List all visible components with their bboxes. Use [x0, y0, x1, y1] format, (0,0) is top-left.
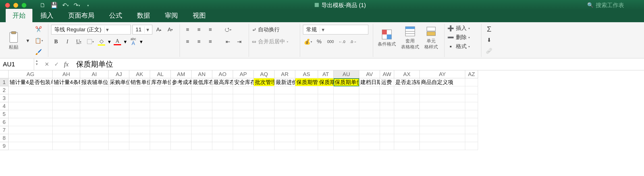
cells-format-button[interactable]: ▪️格式▾	[447, 43, 477, 50]
cell[interactable]	[254, 142, 275, 150]
cell[interactable]	[254, 86, 275, 94]
cell[interactable]: 保质期单位	[334, 78, 359, 86]
cell[interactable]	[275, 102, 295, 110]
cell[interactable]	[254, 102, 275, 110]
cell[interactable]	[212, 126, 233, 134]
cell[interactable]	[192, 126, 212, 134]
cell[interactable]: 最高库存	[212, 78, 233, 86]
tab-view[interactable]: 视图	[186, 9, 213, 22]
cell[interactable]	[53, 142, 80, 150]
cell[interactable]	[212, 86, 233, 94]
column-header[interactable]: AO	[212, 70, 233, 78]
cell[interactable]	[150, 110, 171, 118]
cell[interactable]	[150, 126, 171, 134]
cell[interactable]	[359, 118, 380, 126]
column-header[interactable]: AG	[9, 70, 53, 78]
cell[interactable]	[465, 118, 478, 126]
cell[interactable]	[129, 118, 150, 126]
cell[interactable]	[394, 134, 420, 142]
tab-insert[interactable]: 插入	[34, 9, 60, 22]
cell[interactable]	[9, 110, 53, 118]
cell[interactable]: 建档日期	[359, 78, 380, 86]
cell[interactable]	[394, 126, 420, 134]
cell[interactable]	[254, 134, 275, 142]
clear-button[interactable]: 🩹	[484, 46, 494, 55]
cell[interactable]	[254, 126, 275, 134]
cell[interactable]: 参考成本	[171, 78, 192, 86]
cell[interactable]	[380, 102, 394, 110]
percent-button[interactable]: %	[314, 37, 324, 46]
column-header[interactable]: AQ	[254, 70, 275, 78]
cell[interactable]	[9, 142, 53, 150]
cell[interactable]	[318, 118, 334, 126]
phonetic-button[interactable]: abcA	[128, 37, 138, 46]
cell[interactable]	[465, 78, 478, 86]
cell[interactable]	[171, 126, 192, 134]
cell[interactable]	[318, 94, 334, 102]
align-bottom-button[interactable]: ≡	[205, 25, 215, 34]
cell[interactable]: 安全库存	[233, 78, 254, 86]
increase-font-button[interactable]: A▴	[154, 25, 164, 34]
column-header[interactable]: AR	[275, 70, 295, 78]
cell[interactable]	[212, 102, 233, 110]
cell[interactable]	[9, 126, 53, 134]
cell[interactable]	[420, 102, 465, 110]
cell[interactable]	[380, 118, 394, 126]
cell[interactable]	[334, 94, 359, 102]
cell[interactable]	[80, 110, 109, 118]
cell[interactable]	[275, 86, 295, 94]
cell[interactable]	[53, 110, 80, 118]
cell[interactable]	[465, 134, 478, 142]
column-header[interactable]: AK	[129, 70, 150, 78]
cell[interactable]: 保质期	[318, 78, 334, 86]
row-header[interactable]: 6	[0, 118, 9, 126]
cell[interactable]	[318, 86, 334, 94]
cell[interactable]	[171, 110, 192, 118]
tab-formulas[interactable]: 公式	[102, 9, 129, 22]
cell[interactable]	[53, 134, 80, 142]
cell[interactable]	[129, 126, 150, 134]
wrap-text-button[interactable]: ⤶ 自动换行	[252, 24, 295, 35]
cell[interactable]	[275, 94, 295, 102]
cell[interactable]	[318, 134, 334, 142]
cell[interactable]	[380, 134, 394, 142]
cell[interactable]	[318, 126, 334, 134]
cell[interactable]: 销售单位	[129, 78, 150, 86]
cell[interactable]	[394, 142, 420, 150]
cell[interactable]	[109, 102, 129, 110]
font-color-button[interactable]: A	[113, 37, 122, 46]
cell[interactable]	[420, 94, 465, 102]
fill-color-button[interactable]: ◇	[97, 37, 106, 46]
cells-insert-button[interactable]: ➕插入▾	[447, 24, 477, 32]
cell[interactable]	[254, 94, 275, 102]
increase-indent-button[interactable]: ⇥	[234, 37, 244, 46]
formula-input[interactable]: 保质期单位	[74, 58, 644, 70]
cell[interactable]	[80, 94, 109, 102]
confirm-formula-button[interactable]: ✓	[54, 61, 59, 67]
cell[interactable]	[233, 86, 254, 94]
cell[interactable]	[80, 118, 109, 126]
bold-button[interactable]: B	[51, 37, 61, 46]
cell[interactable]	[359, 86, 380, 94]
cell[interactable]	[129, 142, 150, 150]
cell[interactable]	[254, 110, 275, 118]
save-button[interactable]: 💾	[49, 1, 59, 9]
cell[interactable]	[212, 110, 233, 118]
cell[interactable]	[80, 102, 109, 110]
cell[interactable]	[394, 118, 420, 126]
column-header[interactable]: AZ	[465, 70, 478, 78]
cell[interactable]	[380, 86, 394, 94]
cell[interactable]	[171, 118, 192, 126]
name-box-dropdown[interactable]: ▲▼	[34, 58, 40, 70]
borders-button[interactable]: ▾	[85, 37, 95, 46]
cell[interactable]	[359, 134, 380, 142]
merge-center-button[interactable]: ⇔ 合并后居中 ▾	[252, 36, 295, 47]
redo-button[interactable]: ↷▾	[72, 1, 82, 9]
decrease-font-button[interactable]: A▾	[165, 25, 175, 34]
fill-button[interactable]: ⬇	[484, 35, 494, 44]
cell[interactable]	[465, 94, 478, 102]
cell[interactable]	[334, 118, 359, 126]
cell[interactable]	[171, 102, 192, 110]
cell[interactable]	[380, 142, 394, 150]
undo-button[interactable]: ↶▾	[61, 1, 70, 9]
